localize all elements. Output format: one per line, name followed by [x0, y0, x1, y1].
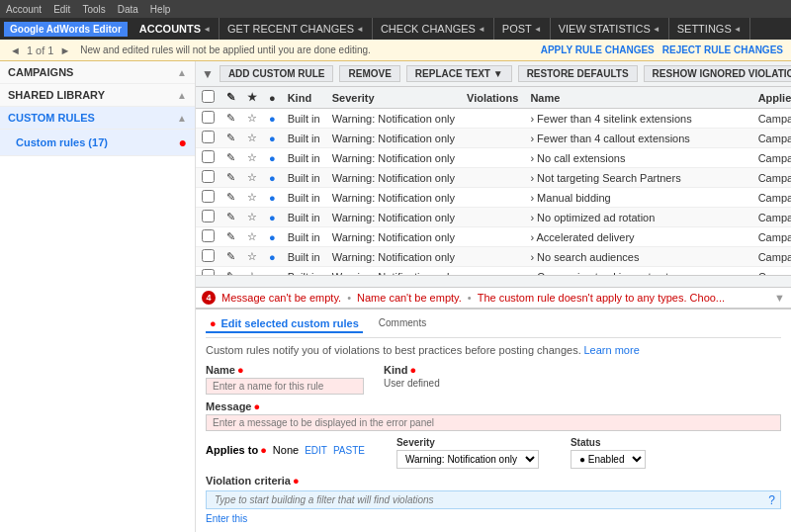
nav-get-recent[interactable]: GET RECENT CHANGES ◄ [220, 18, 373, 40]
nav-view-statistics[interactable]: VIEW STATISTICS ◄ [551, 18, 669, 40]
row-severity: Warning: Notification only [326, 148, 461, 168]
tab-comments[interactable]: Comments [375, 315, 430, 333]
menu-account[interactable]: Account [6, 4, 42, 15]
prev-page-btn[interactable]: ◄ [8, 44, 23, 56]
tab-edit-selected[interactable]: ● Edit selected custom rules [206, 315, 363, 333]
apply-rule-changes-button[interactable]: APPLY RULE CHANGES [541, 44, 655, 55]
horizontal-scrollbar[interactable] [196, 275, 791, 287]
row-violations [461, 188, 524, 208]
sidebar-item-custom-rules[interactable]: CUSTOM RULES ▲ [0, 107, 195, 130]
row-checkbox-cell[interactable] [196, 109, 220, 129]
nav-check-changes[interactable]: CHECK CHANGES ◄ [373, 18, 494, 40]
remove-button[interactable]: REMOVE [339, 65, 399, 82]
menu-bar: Account Edit Tools Data Help [0, 0, 791, 18]
message-input[interactable] [206, 414, 781, 431]
row-checkbox-cell[interactable] [196, 168, 220, 188]
sidebar-item-custom-rules-count[interactable]: Custom rules (17) ● [0, 130, 195, 156]
table-row[interactable]: ✎ ☆ ● Built in Warning: Notification onl… [196, 247, 791, 267]
row-checkbox[interactable] [202, 190, 215, 203]
col-kind[interactable]: Kind [282, 87, 326, 109]
restore-defaults-button[interactable]: RESTORE DEFAULTS [518, 65, 638, 82]
error-dropdown[interactable]: ▼ [774, 292, 785, 304]
menu-tools[interactable]: Tools [82, 4, 105, 15]
nav-post[interactable]: POST ◄ [494, 18, 551, 40]
row-checkbox-cell[interactable] [196, 267, 220, 276]
paste-applies-link[interactable]: PASTE [333, 445, 365, 456]
applies-to-label: Applies to ● [206, 444, 267, 456]
col-severity[interactable]: Severity [326, 87, 461, 109]
row-applies: Campa [752, 267, 791, 276]
rules-table: ✎ ★ ● Kind Severity Violations Name Appl… [196, 87, 791, 275]
name-required: ● [237, 364, 244, 376]
row-dot-cell: ● [263, 109, 282, 129]
menu-edit[interactable]: Edit [53, 4, 70, 15]
severity-select[interactable]: Warning: Notification only [396, 450, 539, 469]
add-custom-rule-button[interactable]: ADD CUSTOM RULE [220, 65, 334, 82]
nav-settings[interactable]: SETTINGS ◄ [669, 18, 750, 40]
col-violations[interactable]: Violations [461, 87, 524, 109]
message-required: ● [253, 400, 260, 412]
violation-help-icon[interactable]: ? [768, 493, 775, 507]
sidebar-item-shared-library[interactable]: SHARED LIBRARY ▲ [0, 84, 195, 107]
row-name: › Manual bidding [524, 188, 751, 208]
table-row[interactable]: ✎ ☆ ● Built in Warning: Notification onl… [196, 227, 791, 247]
violation-input[interactable] [206, 490, 781, 509]
table-row[interactable]: ✎ ☆ ● Built in Warning: Notification onl… [196, 129, 791, 148]
row-checkbox[interactable] [202, 111, 215, 124]
row-checkbox-cell[interactable] [196, 148, 220, 168]
row-checkbox[interactable] [202, 170, 215, 183]
menu-data[interactable]: Data [118, 4, 138, 15]
reshow-violations-button[interactable]: RESHOW IGNORED VIOLATIONS [644, 65, 791, 82]
sidebar-item-campaigns[interactable]: CAMPAIGNS ▲ [0, 61, 195, 84]
row-checkbox[interactable] [202, 249, 215, 262]
col-applies[interactable]: Applies [752, 87, 791, 109]
kind-required: ● [409, 364, 416, 376]
enter-this-text: Enter this [206, 513, 781, 524]
select-all-checkbox[interactable] [202, 90, 215, 103]
learn-more-link[interactable]: Learn more [584, 344, 640, 356]
name-input[interactable] [206, 378, 364, 395]
col-star: ★ [241, 87, 263, 109]
row-checkbox-cell[interactable] [196, 188, 220, 208]
table-row[interactable]: ✎ ☆ ● Built in Warning: Notification onl… [196, 109, 791, 129]
row-dot-cell: ● [263, 227, 282, 247]
table-row[interactable]: ✎ ☆ ● Built in Warning: Notification onl… [196, 267, 791, 276]
kind-value: User defined [384, 378, 440, 389]
menu-help[interactable]: Help [150, 4, 171, 15]
table-row[interactable]: ✎ ☆ ● Built in Warning: Notification onl… [196, 168, 791, 188]
edit-panel: ● Edit selected custom rules Comments Cu… [196, 309, 791, 530]
table-row[interactable]: ✎ ☆ ● Built in Warning: Notification onl… [196, 188, 791, 208]
table-row[interactable]: ✎ ☆ ● Built in Warning: Notification onl… [196, 208, 791, 227]
replace-text-button[interactable]: REPLACE TEXT ▼ [406, 65, 512, 82]
row-dot-cell: ● [263, 247, 282, 267]
row-checkbox[interactable] [202, 131, 215, 143]
row-checkbox-cell[interactable] [196, 208, 220, 227]
row-checkbox[interactable] [202, 150, 215, 163]
row-pencil-cell: ✎ [220, 168, 241, 188]
row-applies: Campa [752, 227, 791, 247]
row-star-cell: ☆ [241, 188, 263, 208]
row-star-cell: ☆ [241, 267, 263, 276]
kind-field: Kind ● User defined [384, 364, 440, 389]
edit-applies-link[interactable]: EDIT [305, 445, 327, 456]
nav-accounts[interactable]: ACCOUNTS ◄ [132, 18, 220, 40]
row-checkbox[interactable] [202, 229, 215, 242]
violation-input-wrapper: ? [206, 490, 781, 509]
row-checkbox-cell[interactable] [196, 247, 220, 267]
row-name: › Fewer than 4 sitelink extensions [524, 109, 751, 129]
error-message-3: The custom rule doesn't apply to any typ… [478, 292, 725, 304]
col-name[interactable]: Name [524, 87, 751, 109]
page-nav[interactable]: ◄ 1 of 1 ► [8, 44, 72, 56]
status-select[interactable]: ● Enabled [571, 450, 646, 469]
table-row[interactable]: ✎ ☆ ● Built in Warning: Notification onl… [196, 148, 791, 168]
custom-rules-arrow: ▲ [177, 113, 187, 124]
row-checkbox[interactable] [202, 210, 215, 222]
reject-rule-changes-button[interactable]: REJECT RULE CHANGES [662, 44, 783, 55]
row-checkbox-cell[interactable] [196, 227, 220, 247]
row-pencil-cell: ✎ [220, 267, 241, 276]
row-checkbox-cell[interactable] [196, 129, 220, 148]
row-applies: Campa [752, 129, 791, 148]
row-applies: Campa [752, 188, 791, 208]
next-page-btn[interactable]: ► [57, 44, 72, 56]
row-dot-cell: ● [263, 168, 282, 188]
